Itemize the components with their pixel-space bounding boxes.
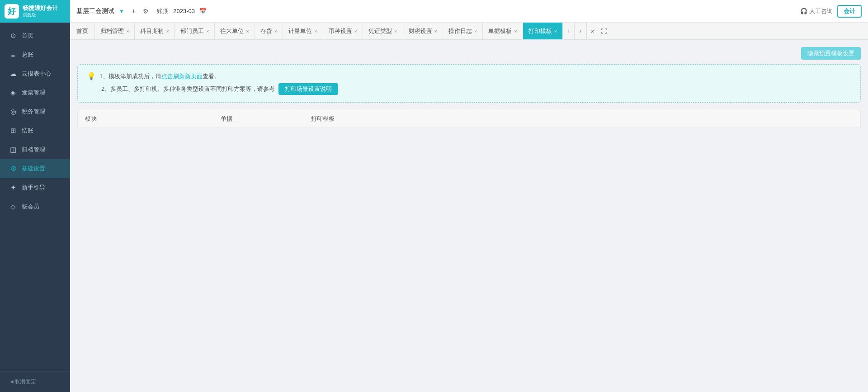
tab-print-template[interactable]: 打印模板 × [523,23,563,39]
logo-subtitle: 旗舰版 [23,12,58,18]
info-suffix-1: 查看。 [203,73,220,80]
tab-label: 单据模板 [488,27,512,35]
tab-close-icon[interactable]: × [126,28,129,34]
cloud-icon: ☁ [9,70,17,78]
main-area: 基层工会测试 ▼ + ⚙ 账期 2023-03 📅 🎧 人工咨询 会计 首页 归… [70,0,868,392]
sidebar-item-checkout[interactable]: ⊞ 结账 [0,121,70,140]
tab-close-icon[interactable]: × [274,28,277,34]
info-row-1: 💡 1、模板添加成功后，请点击刷新新页面查看。 [87,72,851,80]
sidebar-nav: ⊙ 首页 ≡ 总账 ☁ 云报表中心 ◈ 发票管理 ◎ 税务管理 ⊞ 结账 ◫ 归… [0,23,70,371]
tab-close-icon[interactable]: × [206,28,209,34]
info-text-1: 1、模板添加成功后，请点击刷新新页面查看。 [99,72,220,80]
tab-close-icon[interactable]: × [314,28,317,34]
tab-operation-log[interactable]: 操作日志 × [443,23,483,39]
tab-close-icon[interactable]: × [514,28,517,34]
tab-expand-button[interactable]: ⛶ [598,23,610,39]
topbar-right: 🎧 人工咨询 会计 [800,5,862,18]
tab-tax-settings[interactable]: 财税设置 × [403,23,443,39]
tab-unit[interactable]: 计量单位 × [283,23,323,39]
tab-subject[interactable]: 科目期初 × [135,23,175,39]
period-label: 账期 [157,7,169,15]
data-table: 模块 单据 打印模板 [77,110,861,128]
tab-label: 财税设置 [409,27,432,35]
period-value: 2023-03 [173,8,195,14]
sidebar-item-label: 结账 [22,127,33,135]
guide-icon: ✦ [9,184,17,192]
tab-dept[interactable]: 部门员工 × [175,23,215,39]
tab-label: 操作日志 [448,27,472,35]
logo-icon: 好 [5,4,19,19]
hide-preview-button[interactable]: 隐藏预置模板设置 [801,47,861,60]
tab-label: 计量单位 [288,27,312,35]
th-module: 模块 [78,115,213,123]
tab-voucher-type[interactable]: 凭证类型 × [363,23,403,39]
sidebar-item-invoice[interactable]: ◈ 发票管理 [0,83,70,102]
settings-icon[interactable]: ⚙ [143,8,149,15]
tab-partner[interactable]: 往来单位 × [215,23,255,39]
th-template: 打印模板 [304,115,860,123]
refresh-link[interactable]: 点击刷新新页面 [161,73,203,80]
tab-close-icon[interactable]: × [246,28,249,34]
gear-nav-icon: ⚙ [9,165,17,173]
sidebar-item-label: 归档管理 [22,146,45,154]
tab-close-all-button[interactable]: × [586,23,598,39]
sidebar-item-home[interactable]: ⊙ 首页 [0,26,70,45]
tab-close-icon[interactable]: × [554,28,557,34]
info-text-2: 2、多员工、多打印机、多种业务类型设置不同打印方案等，请参考 [101,85,275,93]
tab-close-icon[interactable]: × [166,28,169,34]
print-scene-button[interactable]: 打印场景设置说明 [278,83,338,95]
sidebar-item-guide[interactable]: ✦ 新手引导 [0,178,70,197]
tab-close-icon[interactable]: × [354,28,357,34]
sidebar-unpin[interactable]: ◄取消固定 [0,371,70,392]
tab-currency[interactable]: 币种设置 × [323,23,363,39]
sidebar-item-label: 总账 [22,51,33,59]
tab-inventory[interactable]: 存货 × [255,23,283,39]
sidebar-item-ledger[interactable]: ≡ 总账 [0,45,70,64]
add-company-button[interactable]: + [129,6,138,16]
sidebar-item-label: 云报表中心 [22,70,51,78]
tab-close-icon[interactable]: × [394,28,397,34]
home-icon: ⊙ [9,32,17,40]
tip-icon: 💡 [87,72,96,80]
company-dropdown-icon[interactable]: ▼ [119,8,124,14]
customer-service-button[interactable]: 🎧 人工咨询 [800,7,833,15]
sidebar-item-label: 发票管理 [22,89,45,97]
table-header: 模块 单据 打印模板 [78,110,860,128]
sidebar-item-label: 新手引导 [22,184,45,192]
tab-label: 部门员工 [180,27,204,35]
service-label: 人工咨询 [809,7,833,15]
archive-icon: ◫ [9,146,17,154]
sidebar-item-tax[interactable]: ◎ 税务管理 [0,102,70,121]
headset-icon: 🎧 [800,8,807,14]
sidebar-item-label: 税务管理 [22,108,45,116]
sidebar-item-basic[interactable]: ⚙ 基础设置 [0,159,70,178]
tabbar: 首页 归档管理 × 科目期初 × 部门员工 × 往来单位 × 存货 × 计量单位… [70,23,868,40]
th-voucher: 单据 [213,115,304,123]
sidebar-item-member[interactable]: ◇ 畅会员 [0,197,70,216]
sidebar-item-label: 畅会员 [22,203,39,211]
tab-archive[interactable]: 归档管理 × [95,23,135,39]
member-icon: ◇ [9,203,17,211]
sidebar-item-archive[interactable]: ◫ 归档管理 [0,140,70,159]
tab-close-icon[interactable]: × [434,28,437,34]
tab-close-icon[interactable]: × [474,28,477,34]
tab-label: 首页 [76,27,88,35]
tab-label: 打印模板 [528,27,552,35]
company-name: 基层工会测试 [76,7,114,15]
info-box: 💡 1、模板添加成功后，请点击刷新新页面查看。 2、多员工、多打印机、多种业务类… [77,64,861,103]
calendar-icon[interactable]: 📅 [199,8,207,14]
tab-home[interactable]: 首页 [70,23,95,39]
checkout-icon: ⊞ [9,127,17,135]
topbar: 基层工会测试 ▼ + ⚙ 账期 2023-03 📅 🎧 人工咨询 会计 [70,0,868,23]
tab-label: 凭证类型 [368,27,392,35]
sidebar-item-reports[interactable]: ☁ 云报表中心 [0,64,70,83]
tab-single-template[interactable]: 单据模板 × [483,23,523,39]
tab-next-button[interactable]: › [575,23,586,39]
tab-prev-button[interactable]: ‹ [563,23,575,39]
tax-icon: ◎ [9,108,17,116]
sidebar: 好 畅捷通好会计 旗舰版 ⊙ 首页 ≡ 总账 ☁ 云报表中心 ◈ 发票管理 ◎ … [0,0,70,392]
info-row-2: 2、多员工、多打印机、多种业务类型设置不同打印方案等，请参考 打印场景设置说明 [87,83,851,95]
tab-label: 归档管理 [100,27,124,35]
unpin-label: ◄取消固定 [9,378,36,386]
kuaiji-button[interactable]: 会计 [837,5,862,18]
